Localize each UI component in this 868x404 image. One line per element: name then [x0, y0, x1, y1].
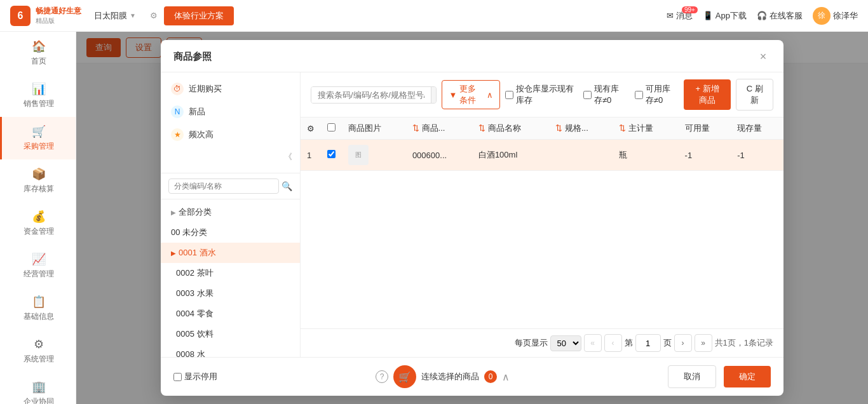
category-item-c00[interactable]: 00 未分类	[161, 222, 300, 243]
category-tree: ▶ 全部分类 00 未分类 ▶ 0001 酒水 0002 茶	[161, 199, 300, 357]
checkbox-warehouse[interactable]: 按仓库显示现有库存	[505, 83, 576, 106]
sidebar-item-sales[interactable]: 📊 销售管理	[0, 74, 76, 117]
page-size-label: 每页显示	[515, 337, 548, 349]
category-item-c0001[interactable]: ▶ 0001 酒水	[161, 243, 300, 263]
category-label-c0004: 0004 零食	[176, 308, 214, 320]
main-layout: 🏠 首页 📊 销售管理 🛒 采购管理 📦 库存核算 💰 资金管理 📈 经营管理 …	[0, 32, 868, 404]
col-spec[interactable]: ⇅ 规格...	[549, 118, 613, 140]
message-button[interactable]: ✉ 消息 99+	[667, 10, 693, 22]
category-item-c0003[interactable]: 0003 水果	[161, 283, 300, 304]
checkbox-stock-input[interactable]	[583, 91, 592, 99]
category-item-all[interactable]: ▶ 全部分类	[161, 202, 300, 222]
modal-close-button[interactable]: ×	[756, 49, 771, 64]
cart-icon-button[interactable]: 🛒	[393, 365, 416, 388]
sidebar-item-purchase[interactable]: 🛒 采购管理	[0, 117, 76, 159]
sort-icon-name: ⇅	[478, 123, 485, 133]
prev-page-button[interactable]: ‹	[604, 334, 622, 352]
display-disabled-checkbox[interactable]: 显示停用	[173, 371, 217, 382]
headset-icon: 🎧	[757, 11, 767, 20]
display-disabled-input[interactable]	[173, 373, 182, 381]
table-body: 1 图 000600... 白酒100ml 瓶	[301, 140, 783, 171]
product-reference-modal: 商品参照 × ⏱ 近期购买 N	[161, 40, 783, 396]
app-icon: 📱	[703, 11, 713, 20]
collapse-button[interactable]: 《	[161, 146, 300, 168]
store-selector[interactable]: 日太阳膜 ▼	[86, 10, 144, 22]
c0001-arrow-icon: ▶	[171, 250, 176, 257]
trial-button[interactable]: 体验行业方案	[164, 6, 234, 25]
next-page-button[interactable]: ›	[674, 334, 692, 352]
sort-icon-unit: ⇅	[619, 123, 626, 133]
filter-label: 更多条件	[459, 83, 484, 106]
refresh-product-button[interactable]: C 刷新	[736, 79, 773, 111]
checkbox-stock-not-zero[interactable]: 现有库存≠0	[583, 83, 627, 106]
help-icon[interactable]: ?	[376, 370, 388, 383]
sidebar-item-inventory[interactable]: 📦 库存核算	[0, 159, 76, 202]
category-item-c0008[interactable]: 0008 水	[161, 344, 300, 357]
cancel-button[interactable]: 取消	[668, 365, 716, 388]
nav-item-frequent[interactable]: ★ 频次高	[161, 123, 300, 146]
product-search-input[interactable]	[311, 87, 431, 103]
sidebar-item-asset[interactable]: 💰 资金管理	[0, 202, 76, 245]
sidebar-label-purchase: 采购管理	[24, 141, 54, 152]
online-service-button[interactable]: 🎧 在线客服	[757, 10, 803, 22]
page-size-select[interactable]: 50	[550, 335, 581, 351]
modal-toolbar: 🔍 ▼ 更多条件 ∧ 按仓库显示现有库存	[301, 72, 783, 118]
col-code[interactable]: ⇅ 商品...	[406, 118, 472, 140]
topbar: 6 畅捷通好生意 精品版 日太阳膜 ▼ ⚙ 体验行业方案 ✉ 消息 99+ 📱 …	[0, 0, 868, 32]
cell-image: 图	[342, 140, 406, 171]
col-stock: 现存量	[731, 118, 783, 140]
category-item-c0005[interactable]: 0005 饮料	[161, 324, 300, 344]
checkbox-warehouse-input[interactable]	[505, 91, 513, 99]
cell-code: 000600...	[406, 140, 472, 171]
message-icon: ✉	[667, 11, 674, 20]
nav-item-recent[interactable]: ⏱ 近期购买	[161, 77, 300, 100]
asset-icon: 💰	[32, 210, 46, 224]
category-search-icon[interactable]: 🔍	[281, 181, 292, 191]
sidebar-label-system: 系统管理	[24, 354, 54, 365]
nav-item-new[interactable]: N 新品	[161, 100, 300, 123]
home-icon: 🏠	[32, 39, 46, 53]
modal-title: 商品参照	[173, 51, 212, 63]
avatar: 徐	[813, 7, 831, 25]
sidebar-item-operation[interactable]: 📈 经营管理	[0, 245, 76, 287]
product-table: ⚙ 商品图片 ⇅ 商品... ⇅	[301, 118, 783, 171]
filter-button[interactable]: ▼ 更多条件 ∧	[442, 80, 500, 109]
checkbox-available-input[interactable]	[635, 91, 643, 99]
first-page-button[interactable]: «	[584, 334, 602, 352]
sidebar-item-home[interactable]: 🏠 首页	[0, 32, 76, 74]
category-item-c0002[interactable]: 0002 茶叶	[161, 263, 300, 283]
col-name[interactable]: ⇅ 商品名称	[472, 118, 549, 140]
col-unit[interactable]: ⇅ 主计量	[613, 118, 678, 140]
modal-right-panel: 🔍 ▼ 更多条件 ∧ 按仓库显示现有库存	[301, 72, 783, 357]
sidebar-item-enterprise[interactable]: 🏢 企业协同	[0, 372, 76, 404]
product-search-button[interactable]: 🔍	[431, 87, 437, 103]
user-profile[interactable]: 徐 徐泽华	[813, 7, 858, 25]
product-table-container: ⚙ 商品图片 ⇅ 商品... ⇅	[301, 118, 783, 328]
collapse-footer-icon[interactable]: ∧	[502, 371, 510, 383]
row-checkbox[interactable]	[327, 150, 336, 158]
checkbox-available-not-zero[interactable]: 可用库存≠0	[635, 83, 679, 106]
modal-pagination: 每页显示 50 « ‹ 第 页 › »	[301, 328, 783, 357]
last-page-button[interactable]: »	[695, 334, 712, 352]
inventory-icon: 📦	[32, 167, 46, 181]
modal-left-panel: ⏱ 近期购买 N 新品 ★ 频次高	[161, 72, 301, 357]
sidebar-item-system[interactable]: ⚙ 系统管理	[0, 330, 76, 372]
confirm-button[interactable]: 确定	[724, 366, 771, 387]
sidebar-item-basic[interactable]: 📋 基础信息	[0, 287, 76, 330]
message-badge: 99+	[682, 6, 698, 13]
sidebar: 🏠 首页 📊 销售管理 🛒 采购管理 📦 库存核算 💰 资金管理 📈 经营管理 …	[0, 32, 76, 404]
select-all-checkbox[interactable]	[327, 123, 336, 131]
add-product-button[interactable]: + 新增商品	[684, 79, 731, 110]
page-number-input[interactable]	[635, 334, 661, 352]
page-label: 第	[625, 337, 633, 349]
cell-checkbox[interactable]	[321, 140, 342, 171]
table-row[interactable]: 1 图 000600... 白酒100ml 瓶	[301, 140, 783, 171]
page-total-info: 共1页，1条记录	[715, 337, 773, 349]
app-download-button[interactable]: 📱 App下载	[703, 10, 747, 22]
gear-button[interactable]: ⚙	[144, 6, 164, 26]
logo-area: 6 畅捷通好生意 精品版	[10, 6, 86, 26]
col-settings[interactable]: ⚙	[301, 118, 321, 140]
category-search-input[interactable]	[168, 178, 279, 194]
category-item-c0004[interactable]: 0004 零食	[161, 304, 300, 324]
cell-spec	[549, 140, 613, 171]
